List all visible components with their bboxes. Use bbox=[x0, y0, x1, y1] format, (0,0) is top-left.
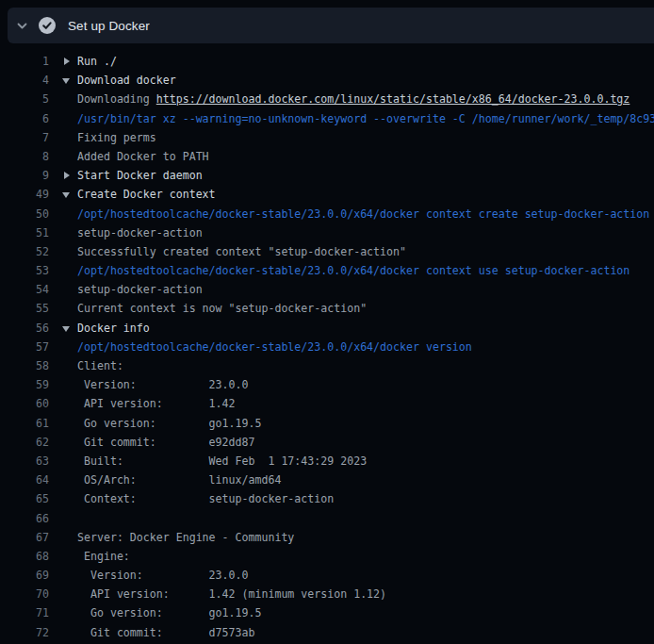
log-text: Current context is now "setup-docker-act… bbox=[77, 299, 367, 318]
log-line: 67Server: Docker Engine - Community bbox=[0, 528, 654, 547]
log-text: Successfully created context "setup-dock… bbox=[77, 242, 406, 261]
log-line: 63 Built: Wed Feb 1 17:43:29 2023 bbox=[0, 452, 654, 471]
line-number[interactable]: 50 bbox=[0, 205, 49, 223]
log-text-segment: Downloading bbox=[77, 92, 156, 106]
line-number[interactable]: 68 bbox=[0, 547, 49, 566]
line-number[interactable]: 54 bbox=[0, 280, 49, 299]
step-header[interactable]: Set up Docker bbox=[8, 8, 654, 43]
line-number[interactable]: 53 bbox=[0, 261, 49, 280]
log-line: 66 bbox=[0, 509, 654, 528]
line-number[interactable]: 60 bbox=[0, 394, 49, 413]
line-number[interactable]: 51 bbox=[0, 223, 49, 242]
line-number[interactable]: 8 bbox=[0, 147, 49, 166]
group-title: Run ./ bbox=[77, 52, 117, 71]
chevron-down-icon[interactable] bbox=[16, 20, 28, 32]
log-text: Git commit: e92dd87 bbox=[77, 433, 254, 452]
line-number[interactable]: 61 bbox=[0, 414, 49, 433]
log-line: 8Added Docker to PATH bbox=[0, 147, 654, 166]
log-line: 71 Go version: go1.19.5 bbox=[0, 603, 654, 622]
group-title: Start Docker daemon bbox=[77, 166, 203, 185]
log-line: 7Fixing perms bbox=[0, 128, 654, 147]
triangle-right-icon[interactable] bbox=[64, 58, 70, 65]
log-line: 68 Engine: bbox=[0, 547, 654, 566]
log-text: /usr/bin/tar xz --warning=no-unknown-key… bbox=[77, 109, 654, 128]
line-number[interactable]: 66 bbox=[0, 509, 49, 528]
log-line: 57/opt/hostedtoolcache/docker-stable/23.… bbox=[0, 338, 654, 356]
line-number[interactable]: 65 bbox=[0, 489, 49, 508]
line-number[interactable]: 70 bbox=[0, 585, 49, 603]
step-title: Set up Docker bbox=[68, 19, 150, 33]
log-line: 70 API version: 1.42 (minimum version 1.… bbox=[0, 585, 654, 603]
log-line: 72 Git commit: d7573ab bbox=[0, 623, 654, 642]
line-number[interactable]: 67 bbox=[0, 528, 49, 547]
line-number[interactable]: 72 bbox=[0, 623, 49, 642]
group-title: Docker info bbox=[77, 319, 150, 338]
log-text: Fixing perms bbox=[77, 128, 156, 147]
log-line: 60 API version: 1.42 bbox=[0, 394, 654, 413]
log-text: Built: Wed Feb 1 17:43:29 2023 bbox=[77, 452, 367, 471]
log-text: Engine: bbox=[77, 547, 130, 566]
log-text: setup-docker-action bbox=[77, 280, 203, 299]
check-circle-icon bbox=[39, 17, 56, 34]
line-number[interactable]: 1 bbox=[0, 52, 49, 71]
line-number[interactable]: 56 bbox=[0, 319, 49, 338]
line-number[interactable]: 49 bbox=[0, 185, 49, 204]
line-number[interactable]: 58 bbox=[0, 356, 49, 375]
log-lines: 1Run ./4Download docker5Downloading http… bbox=[0, 43, 654, 644]
log-text: OS/Arch: linux/amd64 bbox=[77, 471, 281, 489]
line-number[interactable]: 52 bbox=[0, 242, 49, 261]
log-text: Version: 23.0.0 bbox=[77, 375, 248, 394]
log-text: setup-docker-action bbox=[77, 223, 203, 242]
line-number[interactable]: 69 bbox=[0, 566, 49, 585]
log-line: 61 Go version: go1.19.5 bbox=[0, 414, 654, 433]
log-line[interactable]: 56Docker info bbox=[0, 319, 654, 338]
line-number[interactable]: 57 bbox=[0, 338, 49, 356]
log-text: API version: 1.42 (minimum version 1.12) bbox=[77, 585, 386, 603]
log-line: 51setup-docker-action bbox=[0, 223, 654, 242]
line-number[interactable]: 63 bbox=[0, 452, 49, 471]
log-text: Client: bbox=[77, 356, 123, 375]
log-line: 6/usr/bin/tar xz --warning=no-unknown-ke… bbox=[0, 109, 654, 128]
log-line: 62 Git commit: e92dd87 bbox=[0, 433, 654, 452]
log-text: Go version: go1.19.5 bbox=[77, 603, 261, 622]
triangle-down-icon[interactable] bbox=[62, 326, 70, 332]
line-number[interactable]: 64 bbox=[0, 471, 49, 489]
log-line: 55Current context is now "setup-docker-a… bbox=[0, 299, 654, 318]
line-number[interactable]: 7 bbox=[0, 128, 49, 147]
log-line[interactable]: 1Run ./ bbox=[0, 52, 654, 71]
line-number[interactable]: 71 bbox=[0, 603, 49, 622]
log-text: Go version: go1.19.5 bbox=[77, 414, 261, 433]
log-link[interactable]: https://download.docker.com/linux/static… bbox=[156, 92, 630, 106]
log-text: Version: 23.0.0 bbox=[77, 566, 248, 585]
log-line: 54setup-docker-action bbox=[0, 280, 654, 299]
log-line: 65 Context: setup-docker-action bbox=[0, 489, 654, 508]
triangle-right-icon[interactable] bbox=[64, 172, 70, 179]
log-text: /opt/hostedtoolcache/docker-stable/23.0.… bbox=[77, 261, 629, 280]
line-number[interactable]: 4 bbox=[0, 71, 49, 90]
log-line: 64 OS/Arch: linux/amd64 bbox=[0, 471, 654, 489]
log-text: Context: setup-docker-action bbox=[77, 489, 334, 508]
log-text: Server: Docker Engine - Community bbox=[77, 528, 294, 547]
log-text: Added Docker to PATH bbox=[77, 147, 209, 166]
line-number[interactable]: 59 bbox=[0, 375, 49, 394]
log-text: Downloading https://download.docker.com/… bbox=[77, 90, 629, 108]
group-title: Create Docker context bbox=[77, 185, 216, 204]
triangle-down-icon[interactable] bbox=[62, 192, 70, 198]
log-line: 50/opt/hostedtoolcache/docker-stable/23.… bbox=[0, 205, 654, 223]
log-text: Git commit: d7573ab bbox=[77, 623, 254, 642]
log-line: 59 Version: 23.0.0 bbox=[0, 375, 654, 394]
triangle-down-icon[interactable] bbox=[62, 78, 70, 84]
line-number[interactable]: 62 bbox=[0, 433, 49, 452]
log-line: 5Downloading https://download.docker.com… bbox=[0, 90, 654, 108]
log-line[interactable]: 9Start Docker daemon bbox=[0, 166, 654, 185]
group-title: Download docker bbox=[77, 71, 176, 90]
line-number[interactable]: 5 bbox=[0, 90, 49, 108]
line-number[interactable]: 9 bbox=[0, 166, 49, 185]
line-number[interactable]: 6 bbox=[0, 109, 49, 128]
line-number[interactable]: 55 bbox=[0, 299, 49, 318]
log-line[interactable]: 4Download docker bbox=[0, 71, 654, 90]
log-line[interactable]: 49Create Docker context bbox=[0, 185, 654, 204]
log-text: API version: 1.42 bbox=[77, 394, 236, 413]
log-line: 58Client: bbox=[0, 356, 654, 375]
log-line: 53/opt/hostedtoolcache/docker-stable/23.… bbox=[0, 261, 654, 280]
